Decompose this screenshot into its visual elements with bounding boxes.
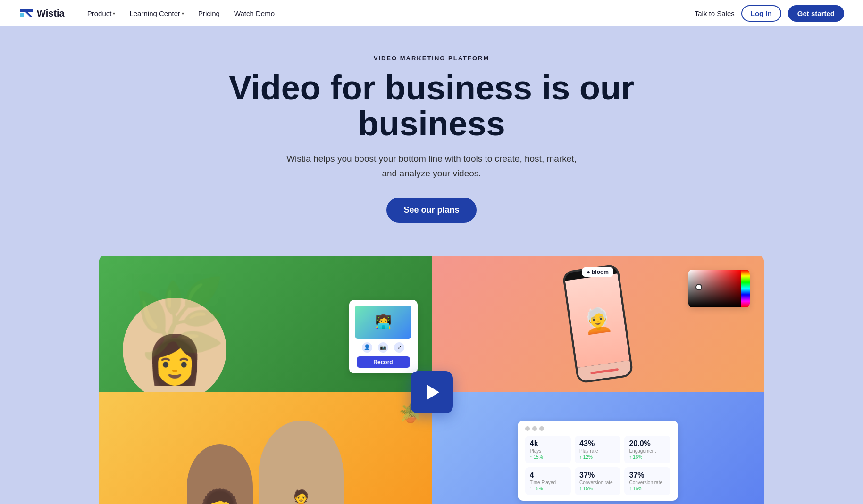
person-left: 👩‍🦱 bbox=[187, 444, 253, 504]
window-dot-3 bbox=[539, 426, 544, 431]
analytics-grid: 4k Plays ↑ 15% 43% Play rate ↑ 12% 20.0%… bbox=[525, 436, 670, 495]
stat-engagement-label: Engagement bbox=[629, 448, 665, 454]
stat-timeplayed-value: 4 bbox=[530, 471, 566, 479]
person-circle: 👩 bbox=[123, 298, 226, 392]
stat-playrate: 43% Play rate ↑ 12% bbox=[575, 436, 620, 463]
nav-watch-demo[interactable]: Watch Demo bbox=[228, 6, 280, 21]
nav-pricing[interactable]: Pricing bbox=[193, 6, 226, 21]
expand-icon-btn[interactable]: ⤢ bbox=[394, 342, 404, 353]
hero-title: Video for business is our business bbox=[219, 70, 644, 141]
stat-convrate1-change: ↑ 15% bbox=[579, 486, 616, 491]
stat-convrate1-value: 37% bbox=[579, 471, 616, 479]
phone-body: 🧑‍🦳 bbox=[562, 264, 634, 384]
stat-timeplayed: 4 Time Played ↑ 15% bbox=[525, 467, 571, 495]
chevron-down-icon: ▾ bbox=[113, 11, 115, 16]
play-button[interactable] bbox=[411, 371, 453, 413]
person-left-icon: 👩‍🦱 bbox=[196, 491, 243, 504]
window-dot-2 bbox=[532, 426, 537, 431]
logo-text: Wistia bbox=[37, 8, 65, 19]
collage-cell-topleft: 👩 🌿 👩‍💻 👤 📷 ⤢ Record bbox=[99, 256, 432, 392]
stat-plays-value: 4k bbox=[530, 439, 566, 448]
stat-playrate-label: Play rate bbox=[579, 448, 616, 454]
stat-plays-label: Plays bbox=[530, 448, 566, 454]
window-dot-1 bbox=[525, 426, 530, 431]
person-right: 🧍 bbox=[259, 421, 344, 504]
people-scene: 👩‍🦱 🧍 bbox=[99, 392, 432, 504]
stat-convrate2: 37% Conversion rate ↑ 16% bbox=[624, 467, 670, 495]
chevron-down-icon: ▾ bbox=[182, 11, 184, 16]
logo[interactable]: Wistia bbox=[19, 8, 65, 19]
stat-timeplayed-label: Time Played bbox=[530, 480, 566, 485]
stat-plays-change: ↑ 15% bbox=[530, 454, 566, 460]
person-icon-btn[interactable]: 👤 bbox=[362, 342, 372, 353]
talk-to-sales-link[interactable]: Talk to Sales bbox=[695, 9, 735, 17]
record-button[interactable]: Record bbox=[357, 356, 410, 368]
nav-product[interactable]: Product ▾ bbox=[82, 6, 121, 21]
preview-person-icon: 👩‍💻 bbox=[375, 314, 392, 330]
collage-cell-topright: 🧑‍🦳 ● bloom bbox=[432, 256, 764, 392]
person-right-icon: 🧍 bbox=[277, 491, 325, 504]
stat-timeplayed-change: ↑ 15% bbox=[530, 486, 566, 491]
svg-rect-0 bbox=[20, 13, 24, 17]
hero-eyebrow: VIDEO MARKETING PLATFORM bbox=[9, 55, 854, 62]
get-started-button[interactable]: Get started bbox=[788, 5, 844, 22]
record-preview: 👩‍💻 bbox=[355, 306, 411, 339]
collage-cell-bottomright: 4k Plays ↑ 15% 43% Play rate ↑ 12% 20.0%… bbox=[432, 392, 764, 504]
phone-mockup: 🧑‍🦳 ● bloom bbox=[551, 263, 645, 385]
stat-engagement: 20.0% Engagement ↑ 16% bbox=[624, 436, 670, 463]
see-plans-button[interactable]: See our plans bbox=[386, 198, 476, 223]
stat-convrate1: 37% Conversion rate ↑ 15% bbox=[575, 467, 620, 495]
stat-plays: 4k Plays ↑ 15% bbox=[525, 436, 571, 463]
login-button[interactable]: Log In bbox=[741, 5, 781, 22]
nav-links: Product ▾ Learning Center ▾ Pricing Watc… bbox=[82, 6, 695, 21]
play-triangle-icon bbox=[427, 385, 439, 400]
window-dots bbox=[525, 426, 670, 431]
stat-engagement-change: ↑ 16% bbox=[629, 454, 665, 460]
stat-engagement-value: 20.0% bbox=[629, 439, 665, 448]
stat-convrate2-change: ↑ 16% bbox=[629, 486, 665, 491]
hero-section: VIDEO MARKETING PLATFORM Video for busin… bbox=[0, 26, 863, 241]
analytics-card: 4k Plays ↑ 15% 43% Play rate ↑ 12% 20.0%… bbox=[518, 421, 678, 501]
bloom-label: ● bloom bbox=[582, 267, 613, 277]
stat-playrate-value: 43% bbox=[579, 439, 616, 448]
color-picker[interactable] bbox=[688, 270, 750, 307]
stat-convrate1-label: Conversion rate bbox=[579, 480, 616, 485]
nav-actions: Talk to Sales Log In Get started bbox=[695, 5, 844, 22]
camera-icon-btn[interactable]: 📷 bbox=[378, 342, 388, 353]
color-gradient bbox=[688, 270, 741, 307]
color-hue-slider[interactable] bbox=[741, 270, 750, 307]
phone-person-icon: 🧑‍🦳 bbox=[581, 305, 613, 336]
stat-convrate2-label: Conversion rate bbox=[629, 480, 665, 485]
nav-learning-center[interactable]: Learning Center ▾ bbox=[124, 6, 190, 21]
collage-grid: 👩 🌿 👩‍💻 👤 📷 ⤢ Record 🧑‍ bbox=[99, 256, 764, 504]
color-picker-dot[interactable] bbox=[696, 285, 701, 289]
person-icon: 👩 bbox=[145, 336, 204, 383]
collage-cell-bottomleft: 👩‍🦱 🧍 🪴 bbox=[99, 392, 432, 504]
hero-subtitle: Wistia helps you boost your bottom line … bbox=[281, 152, 583, 181]
stat-playrate-change: ↑ 12% bbox=[579, 454, 616, 460]
phone-screen: 🧑‍🦳 bbox=[565, 273, 629, 368]
record-card: 👩‍💻 👤 📷 ⤢ Record bbox=[349, 300, 418, 373]
navbar: Wistia Product ▾ Learning Center ▾ Prici… bbox=[0, 0, 863, 26]
stat-convrate2-value: 37% bbox=[629, 471, 665, 479]
record-icon-row: 👤 📷 ⤢ bbox=[362, 342, 404, 353]
